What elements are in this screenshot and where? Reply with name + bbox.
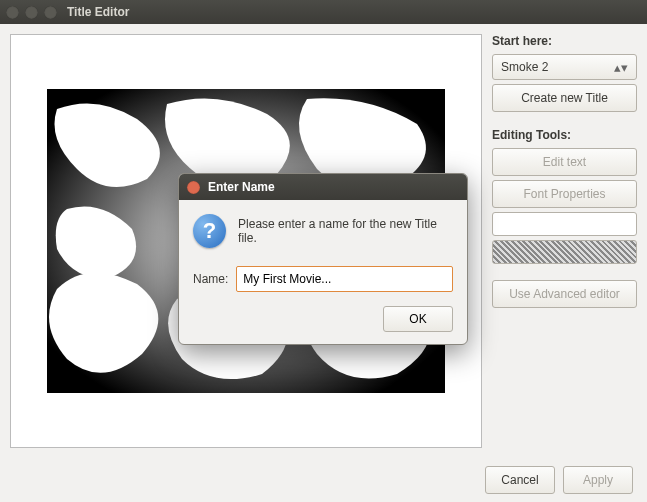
dialog-title: Enter Name <box>208 180 275 194</box>
dialog-message: Please enter a name for the new Title fi… <box>238 217 453 245</box>
editing-tools-label: Editing Tools: <box>492 128 637 142</box>
start-here-label: Start here: <box>492 34 637 48</box>
background-swatch[interactable] <box>492 240 637 264</box>
ok-button[interactable]: OK <box>383 306 453 332</box>
dialog-body: ? Please enter a name for the new Title … <box>179 200 467 344</box>
font-color-swatch[interactable] <box>492 212 637 236</box>
close-icon[interactable] <box>187 181 200 194</box>
window-titlebar: Title Editor <box>0 0 647 24</box>
create-new-title-button[interactable]: Create new Title <box>492 84 637 112</box>
name-input[interactable] <box>236 266 453 292</box>
font-properties-button[interactable]: Font Properties <box>492 180 637 208</box>
template-select[interactable]: Smoke 2 ▴▾ <box>492 54 637 80</box>
close-icon[interactable] <box>6 6 19 19</box>
dialog-button-row: OK <box>193 306 453 332</box>
cancel-button[interactable]: Cancel <box>485 466 555 494</box>
edit-text-button[interactable]: Edit text <box>492 148 637 176</box>
footer-bar: Cancel Apply <box>0 458 647 502</box>
use-advanced-editor-button[interactable]: Use Advanced editor <box>492 280 637 308</box>
question-icon: ? <box>193 214 226 248</box>
sidebar: Start here: Smoke 2 ▴▾ Create new Title … <box>492 34 637 448</box>
dialog-message-row: ? Please enter a name for the new Title … <box>193 214 453 248</box>
window-title: Title Editor <box>67 5 129 19</box>
maximize-icon[interactable] <box>44 6 57 19</box>
apply-button[interactable]: Apply <box>563 466 633 494</box>
enter-name-dialog: Enter Name ? Please enter a name for the… <box>178 173 468 345</box>
dialog-titlebar: Enter Name <box>179 174 467 200</box>
minimize-icon[interactable] <box>25 6 38 19</box>
template-selected-value: Smoke 2 <box>501 60 548 74</box>
name-row: Name: <box>193 266 453 292</box>
name-label: Name: <box>193 272 228 286</box>
chevron-updown-icon: ▴▾ <box>614 61 628 74</box>
